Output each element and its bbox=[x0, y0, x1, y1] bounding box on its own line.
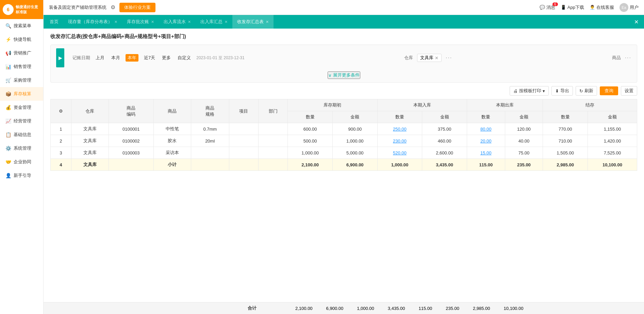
logo-text: 畅捷通好生意 标准版 bbox=[16, 4, 38, 15]
goods-more-btn[interactable]: ··· bbox=[625, 55, 631, 61]
tab-recsend[interactable]: 收发存汇总表 ✕ bbox=[232, 15, 274, 29]
sidebar-item-enterprise[interactable]: 🤝 企业协同 bbox=[0, 155, 43, 169]
print-btn[interactable]: 🖨 按模板打印 ▾ bbox=[510, 86, 549, 96]
expand-btn[interactable]: ∨ 展开更多条件 bbox=[328, 71, 360, 79]
refresh-btn[interactable]: ↻ 刷新 bbox=[576, 86, 597, 96]
sidebar-item-purchase[interactable]: 🛒 采购管理 bbox=[0, 73, 43, 87]
avatar: Ea bbox=[620, 3, 628, 12]
filter-arrow-btn[interactable]: ▶ bbox=[56, 48, 64, 67]
date-btn-last-month[interactable]: 上月 bbox=[94, 54, 106, 62]
message-btn[interactable]: 💬 消息 6 bbox=[540, 4, 555, 11]
settings-btn[interactable]: 设置 bbox=[621, 86, 637, 96]
sidebar-item-marketing[interactable]: 📢 营销推广 bbox=[0, 46, 43, 60]
print-dropdown-icon: ▾ bbox=[543, 88, 545, 94]
export-icon: ⬇ bbox=[555, 88, 559, 94]
col-opening: 库存期初 bbox=[288, 99, 377, 111]
footer-in-amt: 3,435.00 bbox=[388, 306, 405, 311]
sidebar-item-basicinfo[interactable]: 📋 基础信息 bbox=[0, 128, 43, 142]
cell-name: 小计 bbox=[153, 159, 191, 171]
sidebar-item-search[interactable]: 🔍 搜索菜单 bbox=[0, 19, 43, 33]
date-btn-this-year[interactable]: 本年 bbox=[126, 54, 138, 62]
table-row: 2文具库0100002胶水20ml500.001,000.00230.00460… bbox=[51, 135, 637, 147]
system-icon: ⚙️ bbox=[5, 146, 11, 151]
tab-batch[interactable]: 库存批次账 ✕ bbox=[122, 15, 159, 29]
cell-spec bbox=[191, 159, 229, 171]
warehouse-more-btn[interactable]: ··· bbox=[446, 55, 452, 61]
tab-batch-close[interactable]: ✕ bbox=[151, 20, 154, 24]
sidebar-item-finance[interactable]: 💰 资金管理 bbox=[0, 101, 43, 114]
cell-balance-qty: 710.00 bbox=[543, 135, 588, 147]
col-opening-qty: 数量 bbox=[288, 111, 333, 123]
tab-flow-close[interactable]: ✕ bbox=[188, 20, 191, 24]
col-opening-amt: 金额 bbox=[332, 111, 377, 123]
cell-out-qty[interactable]: 15.00 bbox=[467, 147, 505, 159]
data-table: ⚙ 仓库 商品编码 商品 商品规格 项目 部门 库存期初 本期入库 本期出库 结… bbox=[50, 99, 637, 171]
cell-index: 4 bbox=[51, 159, 71, 171]
warehouse-label: 仓库 bbox=[404, 55, 413, 61]
col-settings[interactable]: ⚙ bbox=[51, 99, 71, 123]
col-project: 项目 bbox=[229, 99, 258, 123]
cell-balance-qty: 770.00 bbox=[543, 123, 588, 135]
cell-dept bbox=[258, 123, 287, 135]
col-balance-qty: 数量 bbox=[543, 111, 588, 123]
col-in-amt: 金额 bbox=[422, 111, 467, 123]
filter-row-date: ▶ 记账日期 上月 本月 本年 近7天 更多 自定义 2023-01-01 至 … bbox=[56, 48, 631, 67]
cell-index: 2 bbox=[51, 135, 71, 147]
table-container: ⚙ 仓库 商品编码 商品 商品规格 项目 部门 库存期初 本期入库 本期出库 结… bbox=[44, 99, 644, 178]
cell-in-amt: 375.00 bbox=[422, 123, 467, 135]
sidebar-item-newbie[interactable]: 👤 新手引导 bbox=[0, 169, 43, 182]
cell-out-qty[interactable]: 80.00 bbox=[467, 123, 505, 135]
date-btn-this-month[interactable]: 本月 bbox=[110, 54, 121, 62]
cell-in-qty: 1,000.00 bbox=[377, 159, 422, 171]
warehouse-tag-close[interactable]: ✕ bbox=[435, 55, 439, 61]
tab-bar: 首页 现存量（库存分布表） ✕ 库存批次账 ✕ 出入库流水 ✕ 出入库汇总 ✕ … bbox=[44, 15, 644, 29]
cell-in-qty[interactable]: 250.00 bbox=[377, 123, 422, 135]
warehouse-tag[interactable]: 文具库 ✕ bbox=[417, 54, 442, 62]
page-title: 收发存汇总表(按仓库+商品编码+商品+规格型号+项目+部门) bbox=[50, 33, 637, 40]
cell-in-qty[interactable]: 230.00 bbox=[377, 135, 422, 147]
tab-summary[interactable]: 出入库汇总 ✕ bbox=[196, 15, 232, 29]
query-btn[interactable]: 查询 bbox=[600, 86, 618, 95]
col-name: 商品 bbox=[153, 99, 191, 123]
enterprise-icon: 🤝 bbox=[5, 159, 11, 165]
sidebar-item-inventory[interactable]: 📦 库存核算 bbox=[0, 87, 43, 101]
tab-stock[interactable]: 现存量（库存分布表） ✕ bbox=[63, 15, 122, 29]
cell-in-qty[interactable]: 520.00 bbox=[377, 147, 422, 159]
sidebar-item-operations[interactable]: 📈 经营管理 bbox=[0, 114, 43, 128]
sidebar-item-quicknav[interactable]: ⚡ 快捷导航 bbox=[0, 33, 43, 46]
cell-warehouse: 文具库 bbox=[71, 147, 109, 159]
date-btn-more[interactable]: 更多 bbox=[161, 54, 172, 62]
cell-in-amt: 2,600.00 bbox=[422, 147, 467, 159]
marketing-icon: 📢 bbox=[5, 50, 11, 56]
tab-stock-close[interactable]: ✕ bbox=[114, 20, 117, 24]
date-label: 记账日期 bbox=[72, 55, 90, 61]
sidebar-item-sales[interactable]: 📊 销售管理 bbox=[0, 60, 43, 73]
footer-balance-qty: 2,985.00 bbox=[473, 306, 490, 311]
date-btn-custom[interactable]: 自定义 bbox=[176, 54, 192, 62]
tab-bar-close-btn[interactable]: ✕ bbox=[630, 19, 643, 25]
flash-icon: ⚡ bbox=[5, 37, 11, 42]
cell-warehouse: 文具库 bbox=[71, 159, 109, 171]
cell-out-qty[interactable]: 20.00 bbox=[467, 135, 505, 147]
cell-balance-amt: 10,100.00 bbox=[588, 159, 637, 171]
cell-code bbox=[109, 159, 153, 171]
tab-home[interactable]: 首页 bbox=[45, 15, 63, 29]
export-btn[interactable]: ⬇ 导出 bbox=[551, 86, 573, 96]
user-menu-btn[interactable]: Ea 用户 bbox=[620, 3, 639, 12]
tab-flow[interactable]: 出入库流水 ✕ bbox=[159, 15, 196, 29]
col-warehouse: 仓库 bbox=[71, 99, 109, 123]
sidebar-item-system[interactable]: ⚙️ 系统管理 bbox=[0, 142, 43, 155]
app-download-btn[interactable]: 📱 App下载 bbox=[561, 4, 584, 11]
gear-icon[interactable]: ⚙ bbox=[111, 4, 115, 11]
cell-opening-qty: 500.00 bbox=[288, 135, 333, 147]
cell-in-amt: 3,435.00 bbox=[422, 159, 467, 171]
footer-totals: 2,100.00 6,900.00 1,000.00 3,435.00 115.… bbox=[295, 306, 523, 311]
date-btn-7days[interactable]: 近7天 bbox=[143, 54, 156, 62]
tab-recsend-close[interactable]: ✕ bbox=[266, 20, 269, 24]
footer-opening-qty: 2,100.00 bbox=[295, 306, 313, 311]
cell-dept bbox=[258, 135, 287, 147]
tab-summary-close[interactable]: ✕ bbox=[225, 20, 228, 24]
online-service-btn[interactable]: 👨‍💼 在线客服 bbox=[590, 4, 614, 11]
system-name: 装备及固定资产辅助管理系统 bbox=[49, 4, 106, 11]
try-industry-btn[interactable]: 体验行业方案 bbox=[119, 3, 155, 12]
